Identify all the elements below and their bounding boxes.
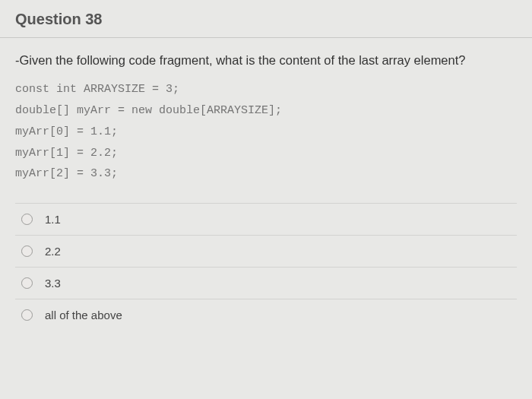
- option-row[interactable]: 1.1: [15, 204, 517, 236]
- question-body: -Given the following code fragment, what…: [0, 38, 532, 338]
- code-fragment: const int ARRAYSIZE = 3; double[] myArr …: [15, 79, 517, 185]
- option-label: 2.2: [45, 245, 61, 258]
- radio-icon[interactable]: [21, 245, 33, 257]
- option-row[interactable]: 3.3: [15, 268, 517, 299]
- option-row[interactable]: 2.2: [15, 236, 517, 268]
- question-title: Question 38: [0, 0, 532, 38]
- radio-icon[interactable]: [21, 214, 33, 225]
- option-label: all of the above: [45, 309, 122, 321]
- options-list: 1.1 2.2 3.3 all of the above: [15, 203, 517, 331]
- option-label: 3.3: [45, 277, 61, 290]
- option-label: 1.1: [45, 213, 61, 226]
- question-container: Question 38 -Given the following code fr…: [0, 0, 532, 338]
- option-row[interactable]: all of the above: [15, 299, 517, 331]
- radio-icon[interactable]: [21, 309, 33, 321]
- radio-icon[interactable]: [21, 277, 33, 289]
- question-prompt: -Given the following code fragment, what…: [15, 52, 517, 68]
